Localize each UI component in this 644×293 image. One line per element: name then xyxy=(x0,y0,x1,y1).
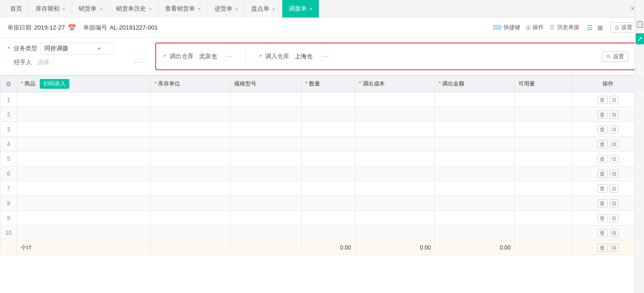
shortcut-button[interactable]: ⌨ 快捷键 xyxy=(493,24,520,31)
tab-purchase-close[interactable]: × xyxy=(235,6,238,12)
spec-cell[interactable] xyxy=(231,211,302,226)
product-cell[interactable] xyxy=(17,92,151,107)
spec-cell[interactable] xyxy=(231,107,302,122)
row-copy-button[interactable]: ⧉ xyxy=(610,199,619,208)
spec-cell[interactable] xyxy=(231,92,302,107)
available-cell[interactable] xyxy=(515,181,572,196)
qty-cell[interactable] xyxy=(301,92,355,107)
spec-cell[interactable] xyxy=(231,152,302,166)
available-cell[interactable] xyxy=(515,122,572,137)
out-warehouse-value[interactable]: 北京仓 xyxy=(199,52,217,61)
qty-cell[interactable] xyxy=(301,122,355,137)
in-warehouse-value[interactable]: 上海仓 xyxy=(295,52,313,61)
row-delete-button[interactable]: 🗑 xyxy=(597,229,608,237)
row-delete-button[interactable]: 🗑 xyxy=(597,170,608,178)
row-copy-button[interactable]: ⧉ xyxy=(610,229,619,237)
spec-cell[interactable] xyxy=(231,137,302,152)
row-delete-button[interactable]: 🗑 xyxy=(597,199,608,208)
row-copy-button[interactable]: ⧉ xyxy=(610,155,619,163)
unit-cell[interactable] xyxy=(151,196,231,211)
history-button[interactable]: 🗓 历史单据 xyxy=(549,24,579,31)
tab-view-sales[interactable]: 查看销货单 × xyxy=(158,0,207,18)
qty-cell[interactable] xyxy=(301,137,355,152)
row-delete-button[interactable]: 🗑 xyxy=(597,140,608,148)
row-copy-button[interactable]: ⧉ xyxy=(610,184,619,193)
sidebar-doc-icon[interactable]: 📋 xyxy=(634,18,644,30)
cost-cell[interactable] xyxy=(355,181,435,196)
spec-cell[interactable] xyxy=(231,122,302,137)
available-cell[interactable] xyxy=(515,196,572,211)
tab-transfer-close[interactable]: × xyxy=(310,6,312,12)
unit-cell[interactable] xyxy=(151,181,231,196)
spec-cell[interactable] xyxy=(231,226,302,240)
cost-cell[interactable] xyxy=(355,122,435,137)
amount-cell[interactable] xyxy=(435,152,515,166)
amount-cell[interactable] xyxy=(435,196,515,211)
cost-cell[interactable] xyxy=(355,211,435,226)
cost-cell[interactable] xyxy=(355,92,435,107)
tab-sales-history[interactable]: 销货单历史 × xyxy=(109,0,158,18)
row-delete-button[interactable]: 🗑 xyxy=(597,214,608,222)
available-cell[interactable] xyxy=(515,152,572,166)
row-copy-button[interactable]: ⧉ xyxy=(610,214,619,222)
qty-cell[interactable] xyxy=(301,196,355,211)
row-delete-button[interactable]: 🗑 xyxy=(597,184,608,193)
calendar-icon[interactable]: 📅 xyxy=(68,24,76,31)
cost-cell[interactable] xyxy=(355,166,435,181)
tab-view-sales-close[interactable]: × xyxy=(198,6,200,12)
qty-cell[interactable] xyxy=(301,211,355,226)
footer-delete-button[interactable]: 🗑 xyxy=(597,244,608,252)
date-value[interactable]: 2019-12-27 xyxy=(34,24,65,31)
row-copy-button[interactable]: ⧉ xyxy=(610,96,619,104)
product-cell[interactable] xyxy=(17,122,151,137)
handler-more-icon[interactable]: ··· xyxy=(135,58,146,67)
qty-cell[interactable] xyxy=(301,226,355,240)
unit-cell[interactable] xyxy=(151,166,231,181)
amount-cell[interactable] xyxy=(435,107,515,122)
sidebar-export-icon[interactable]: ↗ xyxy=(636,33,644,44)
tab-sales-history-close[interactable]: × xyxy=(149,6,152,12)
tab-purchase[interactable]: 进货单 × xyxy=(208,0,245,18)
row-copy-button[interactable]: ⧉ xyxy=(610,110,619,119)
spec-cell[interactable] xyxy=(231,196,302,211)
operation-button[interactable]: ⊞ 操作 xyxy=(526,24,544,31)
row-delete-button[interactable]: 🗑 xyxy=(597,96,608,104)
unit-cell[interactable] xyxy=(151,137,231,152)
row-copy-button[interactable]: ⧉ xyxy=(610,170,619,178)
product-cell[interactable] xyxy=(17,211,151,226)
tab-transfer[interactable]: 调拨单 × xyxy=(282,0,319,18)
business-type-select[interactable]: 同价调拨 ▾ xyxy=(40,43,114,55)
scan-entry-button[interactable]: 扫码录入 xyxy=(40,79,69,89)
view-grid-button[interactable]: ⊞ xyxy=(595,23,605,32)
unit-cell[interactable] xyxy=(151,226,231,240)
settings-button[interactable]: ⚙ 设置 xyxy=(610,22,637,33)
qty-cell[interactable] xyxy=(301,107,355,122)
warehouse-settings-button[interactable]: ⚙ 设置 xyxy=(602,51,628,62)
unit-cell[interactable] xyxy=(151,107,231,122)
qty-cell[interactable] xyxy=(301,152,355,166)
available-cell[interactable] xyxy=(515,226,572,240)
spec-cell[interactable] xyxy=(231,166,302,181)
amount-cell[interactable] xyxy=(435,92,515,107)
product-cell[interactable] xyxy=(17,226,151,240)
unit-cell[interactable] xyxy=(151,122,231,137)
footer-copy-button[interactable]: ⧉ xyxy=(610,244,619,252)
tab-sales-order-close[interactable]: × xyxy=(99,6,102,12)
unit-cell[interactable] xyxy=(151,92,231,107)
tab-inventory-init-close[interactable]: × xyxy=(62,6,65,12)
row-copy-button[interactable]: ⧉ xyxy=(610,140,619,148)
available-cell[interactable] xyxy=(515,137,572,152)
in-warehouse-more-icon[interactable]: ··· xyxy=(321,52,328,61)
product-cell[interactable] xyxy=(17,107,151,122)
cost-cell[interactable] xyxy=(355,226,435,240)
cost-cell[interactable] xyxy=(355,107,435,122)
spec-cell[interactable] xyxy=(231,181,302,196)
amount-cell[interactable] xyxy=(435,137,515,152)
available-cell[interactable] xyxy=(515,107,572,122)
qty-cell[interactable] xyxy=(301,166,355,181)
available-cell[interactable] xyxy=(515,166,572,181)
product-cell[interactable] xyxy=(17,137,151,152)
tab-inventory[interactable]: 盘点单 × xyxy=(245,0,282,18)
row-delete-button[interactable]: 🗑 xyxy=(597,155,608,163)
handler-placeholder[interactable]: 选择... xyxy=(37,58,55,67)
